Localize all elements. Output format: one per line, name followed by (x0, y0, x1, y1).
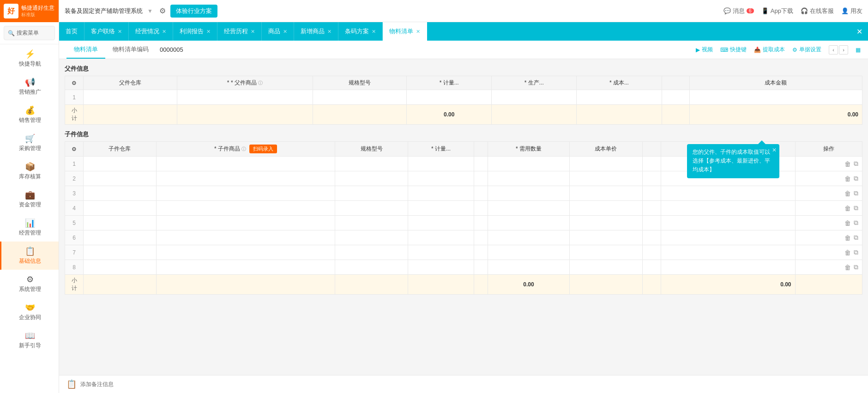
sub-tab-bom-code[interactable]: 物料清单编码 (105, 41, 156, 59)
parent-row-1-unit[interactable] (407, 90, 492, 105)
child-row-3-unit[interactable] (408, 186, 474, 201)
child-row-3-spec[interactable] (335, 186, 408, 201)
child-row-7-warehouse[interactable] (84, 245, 157, 260)
parent-row-1-produce[interactable] (492, 90, 577, 105)
sidebar-item-purchase[interactable]: 🛒 采购管理 (0, 129, 59, 157)
doc-settings-action[interactable]: ⚙ 单据设置 (792, 46, 821, 54)
parent-row-1-cost[interactable] (577, 90, 662, 105)
tab-profit[interactable]: 利润报告 ✕ (173, 22, 217, 41)
copy-row-4-button[interactable]: ⧉ (854, 204, 858, 212)
delete-row-4-button[interactable]: 🗑 (844, 205, 851, 212)
sidebar-item-sales[interactable]: 💰 销售管理 (0, 101, 59, 129)
child-row-6-unit[interactable] (408, 230, 474, 245)
sidebar-item-marketing[interactable]: 📢 营销推广 (0, 73, 59, 101)
scan-input-button[interactable]: 扫码录入 (249, 145, 277, 153)
shortcut-action[interactable]: ⌨ 快捷键 (720, 46, 747, 54)
child-row-8-spec[interactable] (335, 260, 408, 275)
child-row-4-product[interactable] (156, 201, 335, 216)
copy-row-8-button[interactable]: ⧉ (854, 263, 858, 271)
child-row-8-product[interactable] (156, 260, 335, 275)
child-row-4-spec[interactable] (335, 201, 408, 216)
child-row-2-unit-cost[interactable] (570, 171, 643, 186)
child-row-8-unit[interactable] (408, 260, 474, 275)
sidebar-item-system[interactable]: ⚙ 系统管理 (0, 270, 59, 298)
child-row-5-spec[interactable] (335, 216, 408, 230)
child-row-2-spec[interactable] (335, 171, 408, 186)
video-action[interactable]: ▶ 视频 (696, 46, 713, 54)
tab-barcode[interactable]: 条码方案 ✕ (338, 22, 383, 41)
child-row-5-warehouse[interactable] (84, 216, 157, 230)
copy-row-5-button[interactable]: ⧉ (854, 219, 858, 227)
parent-row-1-warehouse[interactable] (84, 90, 177, 105)
tab-history[interactable]: 经营历程 ✕ (217, 22, 262, 41)
copy-row-6-button[interactable]: ⧉ (854, 234, 858, 242)
sidebar-item-quick-nav[interactable]: ⚡ 快捷导航 (0, 44, 59, 73)
delete-row-3-button[interactable]: 🗑 (844, 190, 851, 197)
user-profile-button[interactable]: 👤 用友 (841, 7, 862, 15)
next-doc-button[interactable]: › (839, 45, 848, 54)
tab-barcode-close[interactable]: ✕ (372, 29, 376, 35)
child-row-4-unit[interactable] (408, 201, 474, 216)
sidebar-item-inventory[interactable]: 📦 库存核算 (0, 157, 59, 185)
message-button[interactable]: 💬 消息 6 (723, 7, 754, 15)
child-row-5-unit-cost[interactable] (570, 216, 643, 230)
delete-row-5-button[interactable]: 🗑 (844, 219, 851, 227)
child-row-7-unit[interactable] (408, 245, 474, 260)
tab-new-product-close[interactable]: ✕ (327, 29, 332, 35)
trial-plan-button[interactable]: 体验行业方案 (170, 5, 217, 18)
tab-customer[interactable]: 客户联络 ✕ (84, 22, 129, 41)
tab-profit-close[interactable]: ✕ (206, 29, 211, 35)
sidebar-item-basic-info[interactable]: 📋 基础信息 (0, 242, 59, 270)
child-row-7-spec[interactable] (335, 245, 408, 260)
child-row-1-product[interactable] (156, 157, 335, 171)
child-row-7-unit-cost[interactable] (570, 245, 643, 260)
tab-product[interactable]: 商品 ✕ (262, 22, 294, 41)
child-row-5-product[interactable] (156, 216, 335, 230)
delete-row-6-button[interactable]: 🗑 (844, 234, 851, 242)
child-row-1-spec[interactable] (335, 157, 408, 171)
nav-close-all-button[interactable]: ✕ (851, 27, 868, 36)
extract-cost-action[interactable]: 📥 提取成本 (754, 46, 785, 54)
delete-row-8-button[interactable]: 🗑 (844, 264, 851, 271)
tooltip-close-button[interactable]: ✕ (772, 146, 777, 155)
child-row-6-req-qty[interactable] (488, 230, 570, 245)
child-row-6-unit-cost[interactable] (570, 230, 643, 245)
child-row-1-unit[interactable] (408, 157, 474, 171)
child-col-settings[interactable]: ⚙ (65, 142, 84, 157)
child-row-3-product[interactable] (156, 186, 335, 201)
child-row-5-req-qty[interactable] (488, 216, 570, 230)
prev-doc-button[interactable]: ‹ (829, 45, 838, 54)
child-row-3-warehouse[interactable] (84, 186, 157, 201)
child-row-2-req-qty[interactable] (488, 171, 570, 186)
sidebar-item-operations[interactable]: 📊 经营管理 (0, 213, 59, 242)
tab-bom-close[interactable]: ✕ (416, 29, 420, 35)
child-row-1-warehouse[interactable] (84, 157, 157, 171)
search-menu-button[interactable]: 🔍 搜索菜单 (4, 26, 55, 40)
child-row-6-warehouse[interactable] (84, 230, 157, 245)
child-row-2-product[interactable] (156, 171, 335, 186)
copy-row-7-button[interactable]: ⧉ (854, 248, 858, 256)
settings-gear-icon[interactable]: ⚙ (159, 6, 166, 15)
child-row-1-req-qty[interactable] (488, 157, 570, 171)
child-row-3-req-qty[interactable] (488, 186, 570, 201)
app-download-button[interactable]: 📱 App下载 (761, 7, 793, 15)
child-row-7-product[interactable] (156, 245, 335, 260)
sidebar-item-enterprise[interactable]: 🤝 企业协同 (0, 298, 59, 326)
child-row-2-unit[interactable] (408, 171, 474, 186)
child-row-4-req-qty[interactable] (488, 201, 570, 216)
child-row-6-spec[interactable] (335, 230, 408, 245)
child-row-2-warehouse[interactable] (84, 171, 157, 186)
tab-product-close[interactable]: ✕ (283, 29, 287, 35)
child-row-6-product[interactable] (156, 230, 335, 245)
parent-col-settings[interactable]: ⚙ (65, 76, 84, 90)
parent-row-1-spec[interactable] (313, 90, 407, 105)
child-row-8-warehouse[interactable] (84, 260, 157, 275)
delete-row-2-button[interactable]: 🗑 (844, 175, 851, 182)
child-row-3-unit-cost[interactable] (570, 186, 643, 201)
tab-history-close[interactable]: ✕ (251, 29, 255, 35)
tab-bom[interactable]: 物料清单 ✕ (383, 22, 427, 41)
add-remark-text[interactable]: 添加备注信息 (80, 381, 114, 388)
sidebar-item-guide[interactable]: 📖 新手引导 (0, 326, 59, 354)
child-row-4-unit-cost[interactable] (570, 201, 643, 216)
tab-home[interactable]: 首页 (59, 22, 84, 41)
